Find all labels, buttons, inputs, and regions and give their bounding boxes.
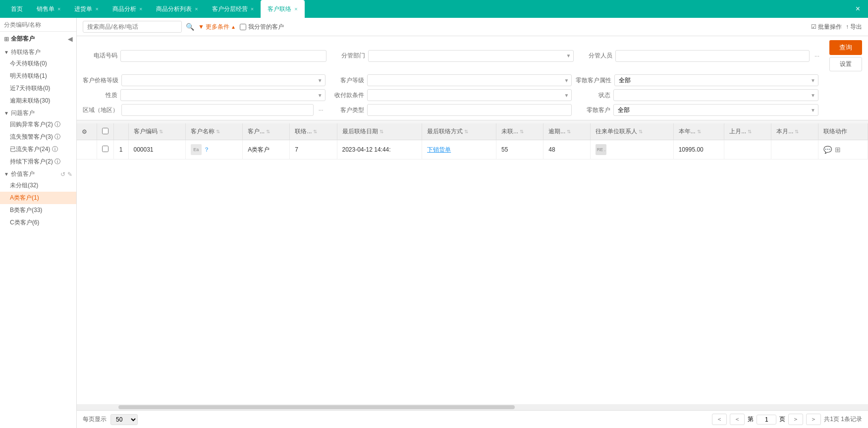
prev-page-button[interactable]: ＜	[730, 414, 745, 425]
main-search-icon[interactable]: 🔍	[186, 23, 194, 31]
price-level-field: 客户价格等级 ▼	[83, 74, 326, 86]
customer-level-col-header[interactable]: 客户...⇅	[243, 123, 290, 140]
my-customers-filter[interactable]: 我分管的客户	[240, 23, 284, 31]
main-search-input[interactable]	[83, 21, 182, 33]
settings-button[interactable]: 设置	[829, 57, 862, 71]
no-contact-col-header[interactable]: 未联...⇅	[496, 123, 543, 140]
phone-input[interactable]	[120, 50, 326, 62]
per-page-select[interactable]: 50 20 100	[110, 414, 138, 425]
sidebar-item-declining-customers[interactable]: 持续下滑客户(2) ⓘ	[0, 156, 76, 168]
nav-tab-close-customer-segment[interactable]: ×	[251, 6, 254, 12]
close-all-button[interactable]: ×	[852, 4, 864, 13]
sidebar-item-abnormal-repurchase[interactable]: 回购异常客户(2) ⓘ	[0, 118, 76, 131]
sidebar-item-loss-warning[interactable]: 流失预警客户(3) ⓘ	[0, 131, 76, 143]
nav-tab-analysis-list[interactable]: 商品分析列表×	[149, 0, 205, 18]
overdue-col-header[interactable]: 逾期...⇅	[543, 123, 591, 140]
batch-operation-button[interactable]: ☑ 批量操作	[811, 23, 842, 31]
nature-select[interactable]	[120, 89, 326, 101]
sidebar-search-input[interactable]	[4, 21, 77, 28]
my-customers-checkbox[interactable]	[240, 24, 246, 30]
price-level-select[interactable]	[121, 74, 326, 86]
row-customer-name-cell: Ea ？	[185, 140, 242, 160]
checkbox-col-header[interactable]	[97, 123, 113, 140]
manager-input[interactable]	[615, 50, 810, 62]
dept-select[interactable]	[368, 50, 574, 62]
sidebar-group-title-value-customers: 价值客户	[11, 170, 35, 178]
nav-tab-home[interactable]: 首页	[4, 0, 30, 18]
nav-tab-analysis[interactable]: 商品分析×	[106, 0, 149, 18]
select-all-checkbox[interactable]	[102, 128, 108, 134]
sidebar-item-lost-customers[interactable]: 已流失客户(24) ⓘ	[0, 143, 76, 156]
more-filters-button[interactable]: ▼ 更多条件 ▲	[198, 23, 236, 31]
chat-action-icon[interactable]: 💬	[823, 146, 832, 154]
customer-type-input[interactable]	[367, 104, 572, 116]
first-page-button[interactable]: ＜	[712, 414, 727, 425]
nav-tab-sales[interactable]: 销售单×	[30, 0, 67, 18]
manager-dots-icon[interactable]: ···	[813, 53, 821, 59]
sidebar-search-bar: 🔍	[0, 18, 76, 32]
sidebar-item-c-class[interactable]: C类客户(6)	[0, 216, 76, 229]
horizontal-scrollbar[interactable]	[77, 404, 868, 410]
region-input[interactable]	[121, 104, 314, 116]
sidebar-item-a-class[interactable]: A类客户(1)	[0, 192, 76, 204]
sidebar-item-today-contact[interactable]: 今天待联络(0)	[0, 57, 76, 70]
contact-action-col-header: 联络动作	[818, 123, 868, 140]
sidebar-item-b-class[interactable]: B类客户(33)	[0, 204, 76, 216]
nav-tab-customer-contact[interactable]: 客户联络×	[261, 0, 304, 18]
nav-tab-close-analysis-list[interactable]: ×	[195, 6, 198, 12]
nav-tab-close-analysis[interactable]: ×	[139, 6, 142, 12]
sidebar-group-pending-contact[interactable]: ▼待联络客户	[0, 46, 76, 57]
current-month-col-header[interactable]: 本月...⇅	[771, 123, 818, 140]
customer-name-text[interactable]: ？	[204, 146, 210, 154]
customer-level-select[interactable]	[367, 74, 572, 86]
nav-tab-close-customer-contact[interactable]: ×	[294, 6, 297, 12]
refresh-icon[interactable]: ↺	[60, 171, 65, 178]
content-area: 🔍 ▼ 更多条件 ▲ 我分管的客户 ☑ 批量操作 ↑ 导出	[77, 18, 868, 428]
customer-level-select-wrap: ▼	[367, 74, 572, 86]
export-button[interactable]: ↑ 导出	[846, 23, 862, 31]
unit-contact-col-header[interactable]: 往来单位联系人⇅	[591, 123, 673, 140]
row-checkbox-cell[interactable]	[97, 140, 113, 160]
settings-col-header[interactable]: ⚙	[77, 123, 97, 140]
row-last-month-cell	[724, 140, 771, 160]
qr-action-icon[interactable]: ⊞	[835, 146, 841, 154]
retail-customer-select[interactable]: 全部	[613, 104, 818, 116]
page-number-input[interactable]	[757, 415, 776, 425]
nav-tab-purchase[interactable]: 进货单×	[67, 0, 105, 18]
current-year-col-header[interactable]: 本年...⇅	[673, 123, 724, 140]
retail-attr-select[interactable]: 全部	[614, 74, 818, 86]
last-contact-type-col-header[interactable]: 最后联络方式⇅	[422, 123, 496, 140]
customer-name-col-header[interactable]: 客户名称⇅	[185, 123, 242, 140]
sidebar-group-value-customers[interactable]: ▼价值客户↺✎	[0, 168, 76, 179]
page-label: 第	[748, 415, 754, 424]
payment-select[interactable]	[367, 89, 572, 101]
nav-tab-label-customer-segment: 客户分层经营	[212, 5, 248, 13]
edit-icon[interactable]: ✎	[67, 171, 72, 178]
row-last-contact-type-cell[interactable]: 下销货单	[422, 140, 496, 160]
nav-tab-close-sales[interactable]: ×	[57, 6, 60, 12]
sidebar-collapse-button[interactable]: ◀	[68, 36, 72, 43]
last-page-button[interactable]: ＞	[806, 414, 821, 425]
nav-tab-customer-segment[interactable]: 客户分层经营×	[205, 0, 261, 18]
last-contact-date-col-header[interactable]: 最后联络日期⇅	[337, 123, 422, 140]
customer-code-col-header[interactable]: 客户编码⇅	[128, 123, 185, 140]
last-contact-type-link[interactable]: 下销货单	[427, 146, 451, 153]
last-month-col-header[interactable]: 上月...⇅	[724, 123, 771, 140]
all-customers-header[interactable]: ⊞ 全部客户 ◀	[0, 32, 76, 46]
row-checkbox-0[interactable]	[102, 146, 108, 152]
sidebar-group-problem-customers[interactable]: ▼问题客户	[0, 107, 76, 118]
nav-tab-close-purchase[interactable]: ×	[95, 6, 98, 12]
region-dots-icon[interactable]: ···	[317, 107, 326, 113]
advanced-filters: 电话号码 分管部门 ▼ 分管人员 ··· 查询 设置	[77, 36, 868, 120]
nav-tab-label-purchase: 进货单	[74, 5, 92, 13]
status-select[interactable]	[613, 89, 818, 101]
export-icon: ↑	[846, 23, 849, 30]
sidebar-item-unclassified[interactable]: 未分组(32)	[0, 179, 76, 192]
next-page-button[interactable]: ＞	[788, 414, 803, 425]
query-button[interactable]: 查询	[829, 40, 862, 55]
sidebar-item-overdue-contact[interactable]: 逾期未联络(30)	[0, 95, 76, 107]
contact-count-col-header[interactable]: 联络...⇅	[290, 123, 337, 140]
sidebar-item-week-contact[interactable]: 近7天待联络(0)	[0, 82, 76, 95]
sidebar-item-tomorrow-contact[interactable]: 明天待联络(1)	[0, 70, 76, 82]
scroll-thumb[interactable]	[118, 405, 515, 409]
